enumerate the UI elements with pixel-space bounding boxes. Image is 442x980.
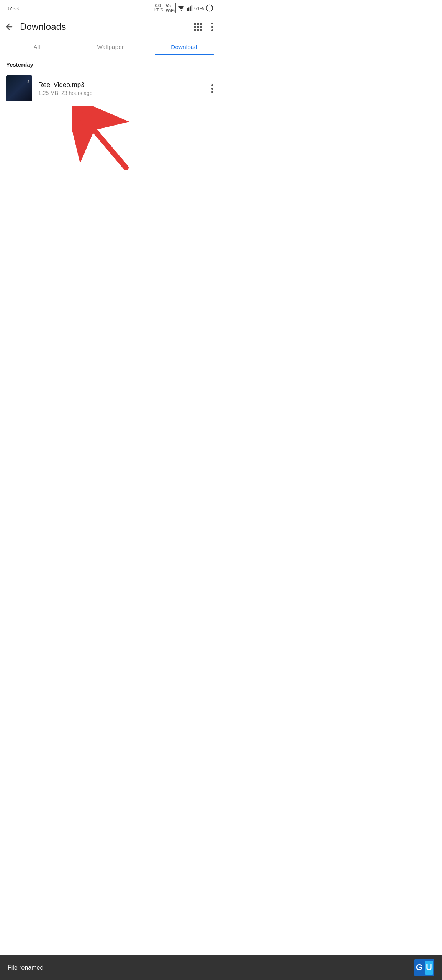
music-note-icon: ♪ [27, 78, 30, 85]
page-title: Downloads [20, 21, 66, 32]
tab-wallpaper[interactable]: Wallpaper [74, 38, 147, 55]
red-arrow-icon [72, 106, 134, 172]
grid-view-button[interactable] [192, 21, 204, 33]
status-bar: 6:33 0.08KB/S VoWiFi 61% [0, 0, 221, 15]
arrow-annotation [0, 106, 221, 175]
svg-line-7 [84, 118, 126, 168]
status-time: 6:33 [8, 5, 19, 11]
vowifi-badge: VoWiFi [165, 3, 176, 13]
file-more-icon [211, 84, 213, 93]
file-item[interactable]: ♪ Reel Video.mp3 1.25 MB, 23 hours ago [0, 71, 221, 106]
more-icon [211, 23, 213, 31]
file-thumbnail: ♪ [6, 75, 32, 101]
more-options-button[interactable] [210, 21, 215, 33]
file-info: Reel Video.mp3 1.25 MB, 23 hours ago [38, 81, 204, 96]
svg-rect-1 [187, 8, 188, 11]
toolbar-left: Downloads [3, 21, 66, 33]
svg-rect-2 [188, 7, 189, 11]
svg-point-0 [181, 10, 182, 11]
grid-icon [194, 23, 202, 31]
svg-rect-3 [190, 6, 191, 11]
tabs-bar: All Wallpaper Download [0, 38, 221, 55]
toolbar: Downloads [0, 15, 221, 38]
tab-all[interactable]: All [0, 38, 74, 55]
back-arrow-icon [5, 22, 14, 31]
speed-indicator: 0.08KB/S [154, 3, 163, 13]
file-name: Reel Video.mp3 [38, 81, 204, 89]
file-more-button[interactable] [210, 81, 215, 96]
svg-rect-4 [191, 5, 192, 11]
signal-icon [187, 5, 193, 11]
battery-percentage: 61% [194, 5, 204, 11]
wifi-icon [177, 5, 185, 11]
back-button[interactable] [3, 21, 15, 33]
tab-download[interactable]: Download [147, 38, 221, 55]
section-header-yesterday: Yesterday [0, 55, 221, 71]
battery-icon [206, 4, 213, 12]
file-meta: 1.25 MB, 23 hours ago [38, 90, 204, 96]
status-icons: 0.08KB/S VoWiFi 61% [154, 3, 213, 13]
toolbar-right [192, 21, 215, 33]
